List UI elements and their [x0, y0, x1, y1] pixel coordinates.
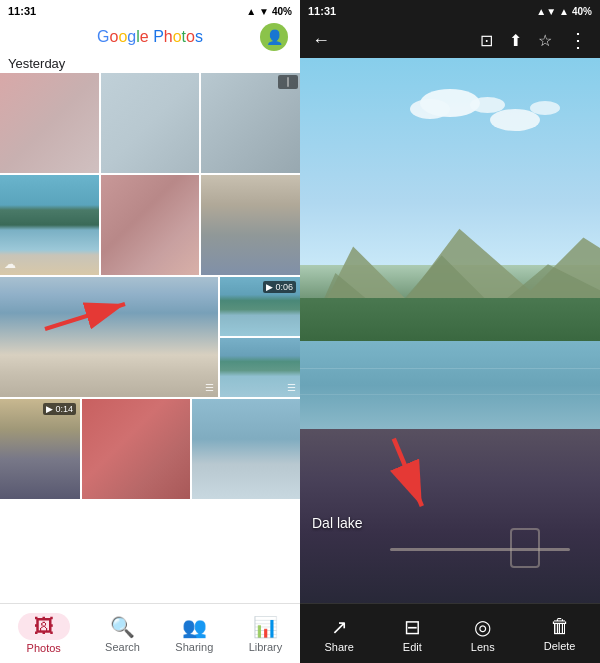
clouds [390, 89, 570, 193]
edit-icon: ⊟ [404, 615, 421, 639]
time-left: 11:31 [8, 5, 36, 17]
photo-row-3-right: ▶0:06 ☰ [220, 277, 300, 397]
cloud-icon: ☁ [4, 257, 16, 271]
signal-icon: ▲ [246, 6, 256, 17]
nav-label-search: Search [105, 641, 140, 653]
photos-icon: 🖼 [34, 615, 54, 637]
video-duration-badge: ▶0:14 [43, 403, 76, 415]
status-icons-right: ▲▼ ▲ 40% [536, 6, 592, 17]
status-icons-left: ▲ ▼ 40% [246, 6, 292, 17]
photo-thumb[interactable] [0, 73, 99, 173]
nav-item-edit[interactable]: ⊟ Edit [395, 611, 430, 657]
signal-icon-right: ▲▼ [536, 6, 556, 17]
hamburger-icon: ☰ [205, 382, 214, 393]
nav-label-edit: Edit [403, 641, 422, 653]
scroll-bar [278, 75, 298, 89]
photo-viewer[interactable]: Dal lake [300, 58, 600, 603]
photo-row-1 [0, 73, 300, 173]
wifi-icon-right: ▲ [559, 6, 569, 17]
seat-handle [510, 528, 540, 568]
photo-thumb[interactable] [201, 73, 300, 173]
star-icon[interactable]: ☆ [538, 31, 552, 50]
upload-icon[interactable]: ⬆ [509, 31, 522, 50]
status-bar-left: 11:31 ▲ ▼ 40% [0, 0, 300, 22]
lens-icon: ◎ [474, 615, 491, 639]
app-header: Google Photos 👤 [0, 22, 300, 52]
photo-thumb[interactable]: ☁ [0, 175, 99, 275]
nav-label-lens: Lens [471, 641, 495, 653]
photo-thumb[interactable] [101, 73, 200, 173]
photo-thumb[interactable]: ▶0:14 [0, 399, 80, 499]
back-button[interactable]: ← [312, 30, 330, 51]
cast-icon[interactable]: ⊡ [480, 31, 493, 50]
nav-label-photos: Photos [27, 642, 61, 654]
user-avatar[interactable]: 👤 [260, 23, 288, 51]
top-action-icons: ⊡ ⬆ ☆ ⋮ [480, 28, 588, 52]
tree-strip [300, 298, 600, 342]
bottom-nav-right: ↗ Share ⊟ Edit ◎ Lens 🗑 Delete [300, 603, 600, 663]
search-icon: 🔍 [110, 615, 135, 639]
bottom-nav-left: 🖼 Photos 🔍 Search 👥 Sharing 📊 Library [0, 603, 300, 663]
nav-label-sharing: Sharing [175, 641, 213, 653]
photo-location-label: Dal lake [312, 515, 363, 531]
nav-item-photos[interactable]: 🖼 Photos [2, 609, 86, 658]
nav-item-library[interactable]: 📊 Library [233, 611, 299, 657]
nav-item-sharing[interactable]: 👥 Sharing [159, 611, 229, 657]
sharing-icon: 👥 [182, 615, 207, 639]
status-bar-right: 11:31 ▲▼ ▲ 40% [300, 0, 600, 22]
photo-row-4: ▶0:14 [0, 399, 300, 499]
delete-icon: 🗑 [550, 615, 570, 638]
left-panel: 11:31 ▲ ▼ 40% Google Photos 👤 Yesterday [0, 0, 300, 663]
hamburger-icon: ☰ [287, 382, 296, 393]
photo-thumb[interactable] [192, 399, 300, 499]
water [300, 341, 600, 428]
google-photos-logo: Google Photos [97, 28, 203, 46]
nav-label-library: Library [249, 641, 283, 653]
right-panel: 11:31 ▲▼ ▲ 40% ← ⊡ ⬆ ☆ ⋮ [300, 0, 600, 663]
library-icon: 📊 [253, 615, 278, 639]
photo-row-2: ☁ [0, 175, 300, 275]
video-duration-badge: ▶0:06 [263, 281, 296, 293]
share-icon: ↗ [331, 615, 348, 639]
photo-grid-container: Yesterday ☁ ☰ [0, 52, 300, 603]
more-options-icon[interactable]: ⋮ [568, 28, 588, 52]
photo-thumb[interactable]: ▶0:06 [220, 277, 300, 336]
photo-thumb[interactable] [101, 175, 200, 275]
nav-item-share[interactable]: ↗ Share [317, 611, 362, 657]
photo-thumb[interactable]: ☰ [220, 338, 300, 397]
battery-left: 40% [272, 6, 292, 17]
date-label: Yesterday [0, 52, 300, 73]
time-right: 11:31 [308, 5, 336, 17]
top-bar-right: ← ⊡ ⬆ ☆ ⋮ [300, 22, 600, 58]
photo-row-3: ☰ ▶0:06 ☰ [0, 277, 300, 397]
photo-thumb[interactable] [201, 175, 300, 275]
nav-label-delete: Delete [544, 640, 576, 652]
battery-right: 40% [572, 6, 592, 17]
nav-item-delete[interactable]: 🗑 Delete [536, 611, 584, 656]
photo-thumb-large[interactable]: ☰ [0, 277, 218, 397]
wifi-icon: ▼ [259, 6, 269, 17]
nav-item-lens[interactable]: ◎ Lens [463, 611, 503, 657]
boat-railing [390, 548, 570, 551]
nav-item-search[interactable]: 🔍 Search [89, 611, 156, 657]
nav-label-share: Share [325, 641, 354, 653]
photo-thumb[interactable] [82, 399, 190, 499]
